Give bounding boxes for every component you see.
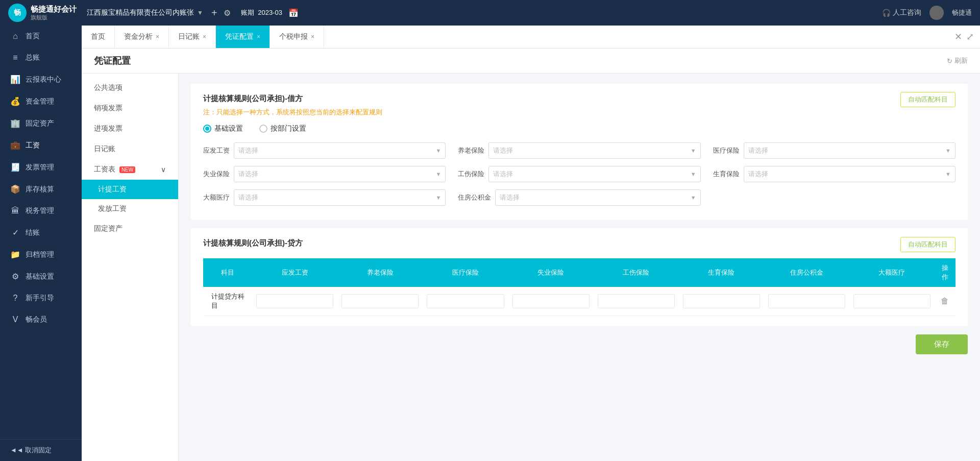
archive-icon: 📁: [10, 250, 20, 259]
logo: 畅 畅捷通好会计 旗舰版: [8, 4, 77, 22]
refresh-icon: ↻: [947, 57, 952, 65]
logo-text: 畅捷通好会计: [31, 5, 77, 14]
delete-row-button[interactable]: 🗑: [941, 297, 949, 306]
radio-basic-label: 基础设置: [214, 124, 243, 133]
page-content: 凭证配置 ↻ 刷新 公共选项 销项发票 进项发票: [82, 48, 980, 461]
tab-journal-label: 日记账: [178, 32, 200, 41]
left-menu-item-calc-salary[interactable]: 计提工资: [82, 180, 178, 199]
company-selector[interactable]: 江西服宝精品有限责任公司内账张 ▼: [87, 8, 203, 17]
sidebar-item-settings[interactable]: ⚙ 基础设置: [0, 265, 82, 287]
input-should-pay[interactable]: [256, 294, 333, 308]
tab-tax[interactable]: 个税申报 ×: [270, 26, 324, 48]
home-icon: ⌂: [10, 32, 20, 41]
select-pension-placeholder: 请选择: [493, 146, 513, 155]
radio-basic[interactable]: 基础设置: [203, 124, 243, 133]
tab-journal[interactable]: 日记账 ×: [169, 26, 216, 48]
left-menu-item-fixed-assets[interactable]: 固定资产: [82, 219, 178, 239]
period-label: 账期 2023-03: [239, 8, 282, 17]
input-maternity[interactable]: [683, 294, 760, 308]
left-menu-item-salary-table[interactable]: 工资表 NEW ∨: [82, 159, 178, 180]
settings-icon[interactable]: ⚙: [224, 8, 231, 18]
tab-funds[interactable]: 资金分析 ×: [115, 26, 169, 48]
add-account-button[interactable]: +: [211, 7, 217, 19]
sidebar-item-reports[interactable]: 📊 云报表中心: [0, 68, 82, 90]
unpin-button[interactable]: ◄◄ 取消固定: [0, 439, 82, 461]
left-menu-item-common[interactable]: 公共选项: [82, 78, 178, 98]
field-work-injury: 工伤保险 请选择 ▼: [458, 166, 700, 182]
sidebar-item-assets[interactable]: 🏢 固定资产: [0, 112, 82, 134]
input-major-medical[interactable]: [853, 294, 930, 308]
select-medical[interactable]: 请选择 ▼: [744, 142, 955, 159]
input-pension[interactable]: [341, 294, 419, 308]
refresh-button[interactable]: ↻ 刷新: [947, 56, 968, 65]
debit-form-grid: 应发工资 请选择 ▼ 养老保险 请选择 ▼: [203, 142, 955, 206]
sidebar-item-member[interactable]: V 畅会员: [0, 309, 82, 330]
select-maternity[interactable]: 请选择 ▼: [744, 166, 955, 182]
sidebar: ⌂ 首页 ≡ 总账 📊 云报表中心 💰 资金管理 🏢 固定资产 💼 工资 🧾 发…: [0, 26, 82, 461]
sidebar-item-archive[interactable]: 📁 归档管理: [0, 244, 82, 265]
sidebar-item-guide[interactable]: ? 新手引导: [0, 287, 82, 309]
base-settings-icon: ⚙: [10, 272, 20, 281]
input-unemployment[interactable]: [512, 294, 590, 308]
closing-icon: ✓: [10, 228, 20, 237]
left-menu-item-sales-invoice[interactable]: 销项发票: [82, 98, 178, 118]
sidebar-item-funds[interactable]: 💰 资金管理: [0, 90, 82, 112]
row-cell-work-injury: [594, 287, 679, 316]
assets-icon: 🏢: [10, 118, 20, 128]
debit-section-note: 注：只能选择一种方式，系统将按照您当前的选择来配置规则: [203, 108, 382, 117]
left-menu-item-pay-salary[interactable]: 发放工资: [82, 199, 178, 219]
input-work-injury[interactable]: [598, 294, 675, 308]
radio-by-dept[interactable]: 按部门设置: [259, 124, 306, 133]
tab-tax-close[interactable]: ×: [311, 33, 314, 40]
label-maternity: 生育保险: [713, 169, 740, 179]
chevron-unemployment-icon: ▼: [435, 171, 441, 177]
invoice-icon: 🧾: [10, 162, 20, 172]
tab-home[interactable]: 首页: [82, 26, 115, 48]
maximize-icon[interactable]: ⤢: [966, 31, 974, 42]
debit-auto-match-button[interactable]: 自动匹配科目: [900, 92, 955, 107]
funds-icon: 💰: [10, 96, 20, 106]
sidebar-item-inventory[interactable]: 📦 库存核算: [0, 178, 82, 200]
table-row: 计提贷方科目 🗑: [203, 287, 955, 316]
close-all-icon[interactable]: ✕: [954, 31, 962, 42]
select-unemployment[interactable]: 请选择 ▼: [234, 166, 446, 182]
row-cell-pension: [337, 287, 423, 316]
company-dropdown-arrow[interactable]: ▼: [197, 9, 203, 16]
select-should-pay[interactable]: 请选择 ▼: [234, 142, 446, 159]
select-work-injury[interactable]: 请选择 ▼: [488, 166, 700, 182]
sidebar-item-tax[interactable]: 🏛 税务管理: [0, 200, 82, 222]
tab-voucher-label: 凭证配置: [225, 32, 254, 41]
tab-voucher[interactable]: 凭证配置 ×: [216, 26, 270, 48]
sidebar-item-closing[interactable]: ✓ 结账: [0, 222, 82, 244]
select-housing-fund[interactable]: 请选择 ▼: [495, 189, 700, 206]
debit-radio-group: 基础设置 按部门设置: [203, 124, 955, 133]
debit-section-title: 计提核算规则(公司承担)-借方: [203, 94, 382, 104]
tab-funds-close[interactable]: ×: [156, 33, 159, 40]
select-major-medical[interactable]: 请选择 ▼: [234, 189, 446, 206]
save-button[interactable]: 保存: [916, 334, 968, 354]
credit-auto-match-button[interactable]: 自动匹配科目: [900, 237, 955, 252]
inventory-icon: 📦: [10, 184, 20, 194]
tab-voucher-close[interactable]: ×: [257, 33, 260, 40]
select-medical-placeholder: 请选择: [748, 146, 768, 155]
col-work-injury: 工伤保险: [594, 258, 679, 287]
col-housing-fund: 住房公积金: [764, 258, 849, 287]
sidebar-label-salary: 工资: [26, 141, 40, 150]
sidebar-item-home[interactable]: ⌂ 首页: [0, 26, 82, 47]
sidebar-item-ledger[interactable]: ≡ 总账: [0, 47, 82, 68]
field-pension: 养老保险 请选择 ▼: [458, 142, 700, 159]
calendar-icon[interactable]: 📅: [288, 8, 299, 18]
tab-journal-close[interactable]: ×: [203, 33, 206, 40]
support-button[interactable]: 🎧 人工咨询: [882, 8, 921, 17]
input-medical[interactable]: [427, 294, 504, 308]
sidebar-item-salary[interactable]: 💼 工资: [0, 134, 82, 156]
input-housing-fund[interactable]: [768, 294, 845, 308]
col-action: 操作: [935, 258, 955, 287]
sidebar-item-invoice[interactable]: 🧾 发票管理: [0, 156, 82, 178]
left-menu-item-purchase-invoice[interactable]: 进项发票: [82, 118, 178, 139]
select-pension[interactable]: 请选择 ▼: [488, 142, 700, 159]
left-menu-item-journal[interactable]: 日记账: [82, 139, 178, 159]
ledger-icon: ≡: [10, 53, 20, 62]
chevron-pension-icon: ▼: [691, 148, 696, 154]
sidebar-label-reports: 云报表中心: [26, 75, 61, 84]
